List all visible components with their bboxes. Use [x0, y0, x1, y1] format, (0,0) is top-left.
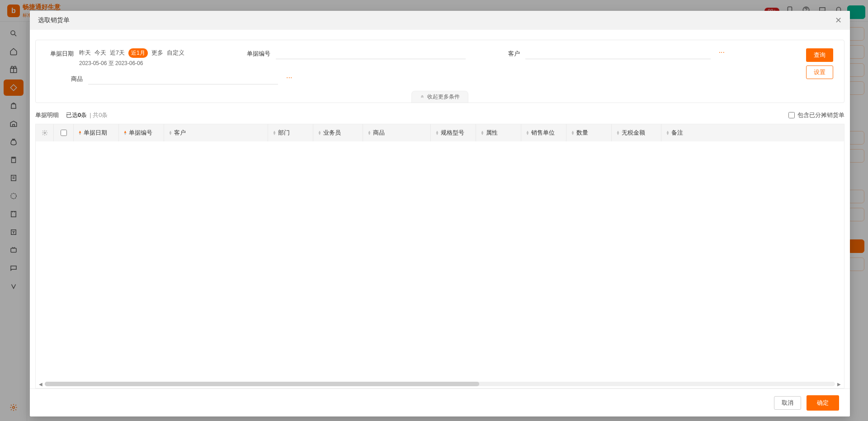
select-sales-order-modal: 选取销货单 ✕ 单据日期 昨天 今天 近7天 近1月 更多 自定义	[30, 11, 850, 416]
horizontal-scrollbar[interactable]: ◀ ▶	[38, 381, 842, 387]
customer-picker-icon[interactable]: ···	[719, 48, 725, 56]
modal-body: 单据日期 昨天 今天 近7天 近1月 更多 自定义 2023-05-06 至	[30, 30, 850, 388]
table-body-empty	[36, 141, 844, 376]
scroll-left-icon[interactable]: ◀	[38, 381, 44, 387]
date-chip-row: 昨天 今天 近7天 近1月 更多 自定义	[79, 48, 184, 58]
collapse-label: 收起更多条件	[427, 93, 460, 101]
include-dispatched-label: 包含已分摊销货单	[797, 112, 844, 119]
select-all-checkbox[interactable]	[54, 124, 74, 141]
chip-custom[interactable]: 自定义	[167, 49, 184, 57]
svg-point-13	[44, 132, 46, 134]
ok-button[interactable]: 确定	[807, 395, 839, 411]
docno-input[interactable]	[276, 48, 466, 59]
col-spec[interactable]: ▲▼规格型号	[431, 124, 476, 141]
col-salesman[interactable]: ▲▼业务员	[313, 124, 363, 141]
modal-header: 选取销货单 ✕	[30, 11, 850, 30]
modal-footer: 取消 确定	[30, 388, 850, 416]
include-dispatched-checkbox[interactable]	[788, 112, 795, 118]
table: ▲▼单据日期 ▲▼单据编号 ▲▼客户 ▲▼部门 ▲▼业务员 ▲▼商品 ▲▼规格型…	[35, 124, 844, 388]
scroll-right-icon[interactable]: ▶	[836, 381, 842, 387]
filter-settings-button[interactable]: 设置	[806, 65, 833, 79]
col-unit[interactable]: ▲▼销售单位	[521, 124, 566, 141]
filter-panel: 单据日期 昨天 今天 近7天 近1月 更多 自定义 2023-05-06 至	[35, 40, 844, 103]
filter-docno-label: 单据编号	[243, 48, 270, 58]
date-to: 2023-06-06	[115, 60, 143, 66]
close-icon[interactable]: ✕	[835, 15, 842, 25]
collapse-bar: 收起更多条件	[47, 91, 833, 103]
chip-yesterday[interactable]: 昨天	[79, 49, 91, 57]
chip-1month[interactable]: 近1月	[128, 48, 148, 58]
filter-product-label: 商品	[47, 74, 83, 83]
list-title: 单据明细	[35, 111, 59, 119]
customer-input[interactable]	[525, 48, 711, 59]
selected-count: 已选0条	[66, 111, 87, 119]
col-qty[interactable]: ▲▼数量	[566, 124, 612, 141]
date-range: 2023-05-06 至 2023-06-06	[79, 60, 184, 67]
chevron-up-icon	[420, 95, 425, 99]
query-button[interactable]: 查询	[806, 48, 833, 62]
col-dept[interactable]: ▲▼部门	[268, 124, 313, 141]
chip-today[interactable]: 今天	[94, 49, 106, 57]
col-remark[interactable]: ▲▼备注	[661, 124, 844, 141]
col-doc-date[interactable]: ▲▼单据日期	[74, 124, 119, 141]
collapse-toggle[interactable]: 收起更多条件	[411, 91, 468, 103]
col-product[interactable]: ▲▼商品	[363, 124, 431, 141]
cancel-button[interactable]: 取消	[774, 396, 801, 410]
scroll-track[interactable]	[45, 382, 835, 386]
col-customer[interactable]: ▲▼客户	[164, 124, 268, 141]
date-sep: 至	[108, 60, 114, 66]
product-input[interactable]	[88, 74, 278, 84]
scroll-thumb[interactable]	[45, 382, 479, 386]
col-doc-no[interactable]: ▲▼单据编号	[119, 124, 164, 141]
filter-actions: 查询 设置	[806, 48, 833, 79]
chip-7days[interactable]: 近7天	[110, 49, 125, 57]
modal-title: 选取销货单	[38, 16, 70, 24]
list-header: 单据明细 已选0条 | 共0条 包含已分摊销货单	[35, 111, 844, 119]
col-attr[interactable]: ▲▼属性	[476, 124, 521, 141]
chip-more[interactable]: 更多	[151, 49, 163, 57]
include-dispatched[interactable]: 包含已分摊销货单	[788, 112, 844, 119]
col-amount-notax[interactable]: ▲▼无税金额	[612, 124, 661, 141]
column-settings-icon[interactable]	[36, 124, 54, 141]
filter-customer-label: 客户	[502, 48, 520, 58]
total-count: | 共0条	[90, 111, 108, 119]
table-header-row: ▲▼单据日期 ▲▼单据编号 ▲▼客户 ▲▼部门 ▲▼业务员 ▲▼商品 ▲▼规格型…	[36, 124, 844, 141]
product-picker-icon[interactable]: ···	[286, 74, 292, 82]
filter-date-label: 单据日期	[47, 48, 74, 58]
date-from: 2023-05-06	[79, 60, 107, 66]
